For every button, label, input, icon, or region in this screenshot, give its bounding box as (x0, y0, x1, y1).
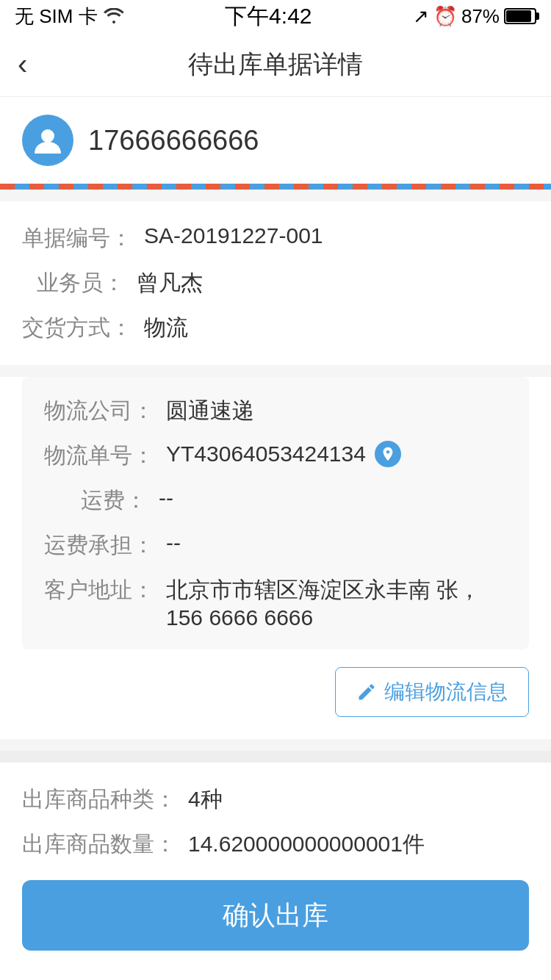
salesman-row: 业务员： 曾凡杰 (22, 268, 529, 298)
freight-bear-row: 运费承担： -- (44, 530, 507, 561)
salesman-label: 业务员： (22, 268, 125, 298)
goods-types-label: 出库商品种类： (22, 785, 176, 815)
battery-percent: 87% (461, 5, 500, 28)
battery-icon (504, 8, 536, 24)
confirm-button-wrap: 确认出库 (0, 865, 551, 980)
order-no-label: 单据编号： (22, 223, 132, 253)
confirm-button[interactable]: 确认出库 (22, 880, 529, 951)
user-header: 17666666666 (0, 97, 551, 184)
delivery-value: 物流 (144, 313, 529, 343)
avatar (22, 115, 73, 166)
salesman-value: 曾凡杰 (137, 268, 529, 298)
logistics-section: 物流公司： 圆通速递 物流单号： YT43064053424134 运费： --… (0, 377, 551, 739)
status-right: ↗ ⏰ 87% (413, 5, 536, 28)
page-title: 待出库单据详情 (188, 48, 363, 82)
confirm-button-label: 确认出库 (223, 898, 328, 934)
edit-logistics-label: 编辑物流信息 (384, 678, 508, 706)
dashed-separator (0, 184, 551, 190)
freight-row: 运费： -- (44, 486, 507, 516)
svg-point-0 (41, 129, 54, 143)
alarm-status-icon: ⏰ (433, 5, 457, 28)
avatar-icon (32, 124, 64, 156)
delivery-label: 交货方式： (22, 313, 132, 343)
tracking-location-button[interactable] (375, 441, 401, 467)
freight-label: 运费： (44, 486, 147, 516)
tracking-value-wrap: YT43064053424134 (166, 441, 507, 467)
back-button[interactable]: ‹ (18, 48, 27, 81)
edit-logistics-button[interactable]: 编辑物流信息 (335, 667, 529, 717)
section-divider (0, 751, 551, 763)
logistics-company-label: 物流公司： (44, 396, 154, 426)
tracking-label: 物流单号： (44, 441, 154, 471)
goods-types-value: 4种 (188, 785, 529, 815)
user-phone: 17666666666 (88, 125, 259, 156)
goods-quantity-row: 出库商品数量： 14.620000000000001件 (22, 829, 529, 860)
address-row: 客户地址： 北京市市辖区海淀区永丰南 张，156 6666 6666 (44, 575, 507, 630)
logistics-company-row: 物流公司： 圆通速递 (44, 396, 507, 426)
wifi-icon (104, 8, 124, 24)
freight-bear-value: -- (166, 530, 507, 555)
map-pin-icon (380, 446, 396, 462)
delivery-row: 交货方式： 物流 (22, 313, 529, 343)
status-bar: 无 SIM 卡 下午4:42 ↗ ⏰ 87% (0, 0, 551, 32)
address-label: 客户地址： (44, 575, 154, 605)
location-status-icon: ↗ (413, 5, 429, 28)
status-carrier: 无 SIM 卡 (15, 4, 124, 29)
tracking-value: YT43064053424134 (166, 442, 366, 466)
status-time: 下午4:42 (225, 1, 311, 32)
nav-bar: ‹ 待出库单据详情 (0, 32, 551, 97)
address-value: 北京市市辖区海淀区永丰南 张，156 6666 6666 (166, 575, 507, 630)
freight-value: -- (159, 486, 507, 511)
goods-types-row: 出库商品种类： 4种 (22, 785, 529, 815)
order-no-value: SA-20191227-001 (144, 223, 529, 248)
freight-bear-label: 运费承担： (44, 530, 154, 561)
order-no-row: 单据编号： SA-20191227-001 (22, 223, 529, 253)
tracking-row: 物流单号： YT43064053424134 (44, 441, 507, 471)
logistics-company-value: 圆通速递 (166, 396, 507, 426)
logistics-card: 物流公司： 圆通速递 物流单号： YT43064053424134 运费： --… (22, 377, 529, 649)
edit-logistics-wrap: 编辑物流信息 (22, 667, 529, 717)
goods-quantity-value: 14.620000000000001件 (188, 829, 529, 860)
basic-info-section: 单据编号： SA-20191227-001 业务员： 曾凡杰 交货方式： 物流 (0, 201, 551, 365)
carrier-text: 无 SIM 卡 (15, 4, 98, 29)
edit-icon (356, 682, 377, 702)
goods-quantity-label: 出库商品数量： (22, 829, 176, 860)
